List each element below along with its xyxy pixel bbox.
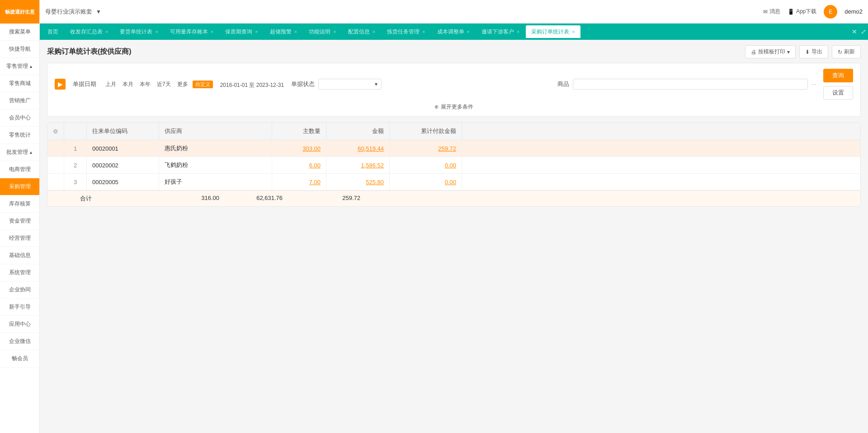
tab-close-icon[interactable]: × — [572, 29, 575, 34]
sidebar-item-ecommerce[interactable]: 电商管理 — [0, 161, 39, 178]
refresh-button[interactable]: ↻ 刷新 — [832, 45, 861, 58]
tab-overstock[interactable]: 超储预警 × — [264, 25, 302, 38]
custom-date-tag[interactable]: 自定义 — [193, 81, 213, 88]
settings-button[interactable]: 设置 — [823, 86, 853, 100]
shortcut-this-year[interactable]: 本年 — [138, 80, 152, 89]
row-qty[interactable]: 7.00 — [272, 174, 326, 190]
export-label: 导出 — [811, 48, 822, 56]
tab-goods-stat[interactable]: 要货单统计表 × — [114, 25, 163, 38]
shortcut-7days[interactable]: 近7天 — [155, 80, 173, 89]
row-no: 3 — [64, 174, 87, 190]
tab-close-icon[interactable]: × — [294, 29, 297, 34]
tab-config[interactable]: 配置信息 × — [343, 25, 381, 38]
sidebar-item-retail-stat[interactable]: 零售统计 — [0, 127, 39, 144]
footer-paid: 259.72 — [288, 195, 360, 203]
chevron-down-icon: ▲ — [29, 64, 33, 69]
sidebar-item-system[interactable]: 系统管理 — [0, 264, 39, 281]
footer-amount: 62,631.76 — [225, 195, 288, 203]
sidebar-item-wholesale[interactable]: 批发管理 ▲ — [0, 144, 39, 161]
col-header-code: 往来单位编码 — [87, 123, 159, 140]
row-no: 2 — [64, 157, 87, 174]
user-avatar[interactable]: E — [824, 5, 837, 19]
table-row[interactable]: 2 00020002 飞鹤奶粉 6.00 1,586.52 0.00 — [47, 157, 860, 174]
sidebar-item-basic[interactable]: 基础信息 — [0, 247, 39, 264]
tab-close-icon[interactable]: × — [155, 29, 158, 34]
close-tab-button[interactable]: ✕ — [852, 28, 857, 35]
sidebar-item-shortcut[interactable]: 快捷导航 — [0, 41, 39, 58]
tab-close-icon[interactable]: × — [467, 29, 470, 34]
row-settings-cell — [47, 140, 64, 157]
tab-close-icon[interactable]: × — [255, 29, 258, 34]
tab-label: 邀请下游客户 — [481, 28, 514, 36]
row-amount[interactable]: 1,586.52 — [326, 157, 390, 174]
tab-label: 配置信息 — [348, 28, 370, 36]
tab-pick-task[interactable]: 拣货任务管理 × — [382, 25, 430, 38]
expand-tab-button[interactable]: ⤢ — [861, 28, 866, 35]
sidebar-item-appstore[interactable]: 应用中心 — [0, 316, 39, 333]
chevron-down-icon: ▾ — [375, 81, 377, 87]
shortcut-this-month[interactable]: 本月 — [121, 80, 135, 89]
expand-filter-button[interactable]: ⊕ 展开更多条件 — [55, 103, 853, 111]
export-button[interactable]: ⬇ 导出 — [799, 45, 828, 58]
query-button[interactable]: 查询 — [823, 69, 853, 82]
tab-func-desc[interactable]: 功能说明 × — [303, 25, 341, 38]
row-paid[interactable]: 259.72 — [390, 140, 462, 157]
tab-close-icon[interactable]: × — [105, 29, 108, 34]
row-rest — [462, 174, 861, 190]
row-code: 00020002 — [87, 157, 159, 174]
filter-toggle-button[interactable]: ▶ — [55, 79, 66, 90]
tab-purchase-stat[interactable]: 采购订单统计表 × — [526, 25, 580, 38]
goods-filter-label: 商品 — [557, 80, 569, 88]
column-settings-icon[interactable]: ⚙ — [53, 128, 58, 135]
dropdown-arrow-icon: ▾ — [787, 49, 790, 55]
tab-home[interactable]: 首页 — [42, 25, 64, 38]
workspace-dropdown[interactable]: ▼ — [96, 9, 101, 15]
table-row[interactable]: 1 00020001 惠氏奶粉 303.00 60,519.44 259.72 — [47, 140, 860, 157]
sidebar-item-operation[interactable]: 经营管理 — [0, 230, 39, 247]
tab-warranty[interactable]: 保质期查询 × — [220, 25, 263, 38]
sidebar-item-search[interactable]: 搜索菜单 — [0, 24, 39, 41]
sidebar-item-retail[interactable]: 零售管理 ▲ — [0, 58, 39, 75]
sidebar-item-finance[interactable]: 资金管理 — [0, 213, 39, 230]
more-options-icon[interactable]: ··· — [811, 81, 816, 87]
row-amount[interactable]: 60,519.44 — [326, 140, 390, 157]
sidebar-item-label: 企业协同 — [9, 286, 31, 293]
sidebar-item-member[interactable]: 会员中心 — [0, 109, 39, 127]
sidebar-item-member2[interactable]: 畅会员 — [0, 350, 39, 367]
sidebar-item-retail-shop[interactable]: 零售商城 — [0, 75, 39, 92]
tab-close-icon[interactable]: × — [333, 29, 336, 34]
shortcut-last-month[interactable]: 上月 — [104, 80, 118, 89]
sidebar-item-purchase[interactable]: 采购管理 — [0, 178, 39, 195]
table-row[interactable]: 3 00020005 好孩子 7.00 525.80 0.00 — [47, 174, 860, 190]
tab-close-icon[interactable]: × — [422, 29, 425, 34]
username-label[interactable]: demo2 — [844, 8, 863, 15]
row-paid[interactable]: 0.00 — [390, 174, 462, 190]
printer-icon: 🖨 — [751, 49, 756, 55]
tab-collect[interactable]: 收发存汇总表 × — [65, 25, 113, 38]
sidebar-item-marketing[interactable]: 营销推广 — [0, 92, 39, 109]
sidebar-item-stock[interactable]: 库存核算 — [0, 195, 39, 213]
tabbar-actions: ✕ ⤢ — [852, 28, 866, 35]
print-button[interactable]: 🖨 按模板打印 ▾ — [745, 45, 796, 58]
tab-close-icon[interactable]: × — [373, 29, 375, 34]
row-rest — [462, 140, 861, 157]
sidebar-item-wechat[interactable]: 企业微信 — [0, 333, 39, 350]
tab-stock-book[interactable]: 可用量库存账本 × — [165, 25, 219, 38]
row-paid[interactable]: 0.00 — [390, 157, 462, 174]
tab-cost-adjust[interactable]: 成本调整单 × — [432, 25, 475, 38]
tab-close-icon[interactable]: × — [211, 29, 213, 34]
shortcut-more[interactable]: 更多 — [175, 80, 190, 89]
row-qty[interactable]: 303.00 — [272, 140, 326, 157]
expand-label: 展开更多条件 — [441, 104, 473, 110]
sidebar-item-collab[interactable]: 企业协同 — [0, 281, 39, 299]
app-download-button[interactable]: 📱 App下载 — [788, 8, 816, 15]
row-qty[interactable]: 6.00 — [272, 157, 326, 174]
row-amount[interactable]: 525.80 — [326, 174, 390, 190]
sidebar-item-newbie[interactable]: 新手引导 — [0, 299, 39, 316]
tab-invite[interactable]: 邀请下游客户 × — [476, 25, 525, 38]
goods-search-input[interactable] — [573, 79, 808, 90]
tab-close-icon[interactable]: × — [517, 29, 519, 34]
message-button[interactable]: ✉ 消息 — [763, 8, 780, 15]
status-select[interactable]: ▾ — [318, 79, 382, 90]
sidebar-item-label: 零售管理 — [6, 62, 28, 70]
